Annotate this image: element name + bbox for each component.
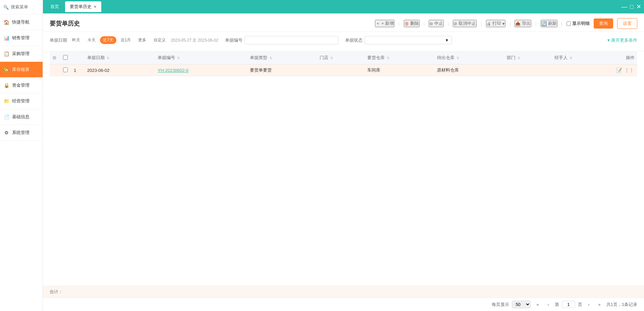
next-page-btn[interactable]: › — [585, 301, 592, 308]
first-page-btn[interactable]: « — [533, 301, 542, 308]
th-department[interactable]: 部门 ⇅ — [504, 51, 552, 64]
expand-more-btn[interactable]: ▾ 展开更多条件 — [607, 37, 637, 43]
tab-home-label: 首页 — [50, 4, 59, 10]
show-detail-toggle[interactable]: 显示明细 — [567, 20, 590, 27]
toolbar: ＋ + 新增 | 🗑 删除 | ⊖ 中止 | ⊘ 取消中止 | — [375, 18, 637, 29]
sort-pend-wh-icon: ⇅ — [457, 56, 459, 60]
print-button[interactable]: 🖨 打印 ▾ — [486, 20, 505, 27]
th-req-warehouse[interactable]: 要货仓库 ⇅ — [365, 51, 434, 64]
delete-icon: 🗑 — [405, 21, 409, 26]
date-btn-custom[interactable]: 自定义 — [151, 36, 169, 44]
th-checkbox — [60, 51, 71, 64]
date-btn-today[interactable]: 今天 — [85, 36, 99, 44]
th-doc-no[interactable]: 单据编号 ⇅ — [155, 51, 247, 64]
page-header: 要货单历史 ＋ + 新增 | 🗑 删除 | ⊖ 中止 | ⊘ — [43, 13, 644, 32]
query-button[interactable]: 查询 — [594, 18, 613, 29]
sidebar-item-sales[interactable]: 📊 销售管理 — [0, 30, 43, 46]
settings-button[interactable]: 设置 — [617, 18, 637, 29]
th-pending-warehouse[interactable]: 待出仓库 ⇅ — [434, 51, 504, 64]
tab-requisition-label: 要货单历史 — [70, 4, 92, 10]
date-filter-buttons: 昨天 今天 近7天 近1月 更多 自定义 — [69, 36, 169, 44]
doc-icon: 📄 — [3, 114, 9, 120]
sidebar-item-base-info[interactable]: 📄 基础信息 — [0, 109, 43, 125]
cancel-suspend-button[interactable]: ⊘ 取消中止 — [453, 20, 477, 27]
per-page-select[interactable]: 50 10 20 100 — [512, 301, 531, 308]
delete-button[interactable]: 🗑 删除 — [404, 20, 420, 27]
table-area: ⚙ 单据日期 ⇅ 单据编号 ⇅ — [43, 51, 644, 286]
suspend-button[interactable]: ⊖ 中止 — [429, 20, 444, 27]
sidebar-item-label: 系统管理 — [12, 130, 30, 136]
cell-doc-type: 要货单要货 — [247, 64, 317, 76]
row-checkbox[interactable] — [63, 68, 68, 72]
table-settings-icon[interactable]: ⚙ — [52, 55, 57, 60]
cell-doc-no: YH-20230602-0 — [155, 64, 247, 76]
sidebar-item-label: 快捷导航 — [12, 19, 30, 25]
date-btn-last1month[interactable]: 近1月 — [118, 36, 134, 44]
sidebar-item-finance[interactable]: 🔒 资金管理 — [0, 78, 43, 93]
sort-store-icon: ⇅ — [330, 56, 333, 60]
refresh-button[interactable]: 🔄 刷新 — [541, 20, 557, 27]
cell-settings — [50, 64, 60, 76]
sidebar-item-system[interactable]: ⚙ 系统管理 — [0, 125, 43, 141]
status-select[interactable]: ▾ — [365, 36, 452, 44]
page-content: 要货单历史 ＋ + 新增 | 🗑 删除 | ⊖ 中止 | ⊘ — [43, 13, 644, 311]
tab-bar-controls: — □ ✕ — [621, 3, 641, 10]
th-doc-type[interactable]: 单据类型 ⇅ — [247, 51, 317, 64]
window-close-icon[interactable]: ✕ — [636, 3, 641, 10]
cell-operation: 📝 ⋮⋮ — [610, 64, 637, 76]
select-all-checkbox[interactable] — [63, 55, 68, 60]
last-page-btn[interactable]: » — [595, 301, 603, 308]
sidebar-item-label: 采购管理 — [12, 51, 30, 57]
sidebar-item-label: 销售管理 — [12, 35, 30, 41]
doc-no-link[interactable]: YH-20230602-0 — [158, 68, 189, 73]
page-total-info: 共1页，1条记录 — [606, 302, 637, 308]
window-minimize-icon[interactable]: — — [621, 3, 627, 10]
cell-store — [317, 64, 365, 76]
status-dropdown-icon: ▾ — [446, 38, 448, 43]
edit-op-btn[interactable]: 📝 — [616, 68, 622, 73]
tab-close-icon[interactable]: ✕ — [94, 5, 97, 9]
export-button[interactable]: 📤 导出 — [515, 20, 531, 27]
sidebar-item-quick-nav[interactable]: 🏠 快捷导航 — [0, 14, 43, 30]
page-label: 第 — [555, 302, 559, 308]
docno-input[interactable] — [245, 36, 338, 44]
cell-department — [504, 64, 552, 76]
docno-filter-label: 单据编号 — [225, 37, 243, 43]
th-store[interactable]: 门店 ⇅ — [317, 51, 365, 64]
status-filter-group: 单据状态 ▾ — [345, 36, 452, 44]
main-area: 首页 要货单历史 ✕ — □ ✕ 要货单历史 ＋ + 新增 | 🗑 删除 — [43, 0, 644, 311]
more-op-btn[interactable]: ⋮⋮ — [625, 68, 634, 73]
filter-area: 单据日期 昨天 今天 近7天 近1月 更多 自定义 2023-05-27 至 2… — [43, 32, 644, 51]
th-index — [71, 51, 85, 64]
expand-icon: ▾ — [607, 38, 610, 43]
date-btn-yesterday[interactable]: 昨天 — [69, 36, 83, 44]
date-btn-last7[interactable]: 近7天 — [100, 36, 116, 44]
export-icon: 📤 — [515, 21, 521, 26]
docno-filter-group: 单据编号 — [225, 36, 338, 44]
window-maximize-icon[interactable]: □ — [630, 3, 634, 10]
tab-requisition-history[interactable]: 要货单历史 ✕ — [65, 1, 101, 12]
new-button[interactable]: ＋ + 新增 — [375, 20, 394, 27]
show-detail-checkbox[interactable] — [567, 21, 571, 26]
sort-dept-icon: ⇅ — [518, 56, 520, 60]
sidebar-item-label: 资金管理 — [12, 82, 30, 88]
prev-page-btn[interactable]: ‹ — [545, 301, 552, 308]
gear-icon: ⚙ — [3, 130, 9, 136]
sidebar-search[interactable]: 🔍 搜索菜单 — [0, 0, 43, 14]
cell-index: 1 — [71, 64, 85, 76]
th-doc-date[interactable]: 单据日期 ⇅ — [85, 51, 155, 64]
th-handler[interactable]: 经手人 ⇅ — [552, 51, 610, 64]
page-input[interactable] — [562, 301, 575, 308]
data-table: ⚙ 单据日期 ⇅ 单据编号 ⇅ — [50, 51, 637, 76]
sort-doc-no-icon: ⇅ — [177, 56, 180, 60]
sidebar-item-inventory[interactable]: 🏡 库存核算 — [0, 62, 43, 78]
tab-home[interactable]: 首页 — [46, 1, 64, 12]
sidebar-item-operations[interactable]: 📁 经营管理 — [0, 93, 43, 109]
sort-doc-date-icon: ⇅ — [107, 56, 109, 60]
table-footer: 合计： — [43, 286, 644, 298]
sidebar-item-purchase[interactable]: 📋 采购管理 — [0, 46, 43, 62]
sort-handler-icon: ⇅ — [570, 56, 572, 60]
date-btn-more[interactable]: 更多 — [135, 36, 149, 44]
date-filter-group: 单据日期 昨天 今天 近7天 近1月 更多 自定义 2023-05-27 至 2… — [50, 36, 218, 44]
th-settings: ⚙ — [50, 51, 60, 64]
